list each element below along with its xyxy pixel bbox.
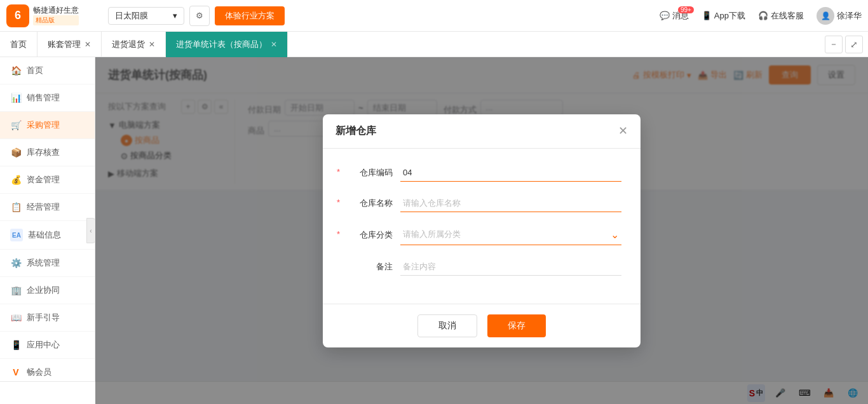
basic-icon: EA	[10, 229, 23, 241]
form-row-category: 仓库分类 请输入所属分类 ⌄	[342, 225, 621, 245]
tab-controls: － ⤢	[825, 36, 868, 53]
page-content: 进货单统计(按商品) 🖨 按模板打印 ▾ 📤 导出 🔄 刷新	[95, 57, 868, 404]
sidebar-item-system[interactable]: ⚙️ 系统管理	[0, 250, 95, 277]
finance-icon: 💰	[10, 174, 22, 185]
online-service-btn[interactable]: 🎧 在线客服	[758, 10, 804, 22]
name-input[interactable]	[400, 194, 621, 212]
home-icon: 🏠	[10, 65, 22, 76]
tab-home[interactable]: 首页	[0, 32, 37, 57]
name-label: 仓库名称	[342, 198, 393, 209]
sidebar-item-basic[interactable]: EA 基础信息	[0, 221, 95, 250]
sidebar-item-enterprise[interactable]: 🏢 企业协同	[0, 277, 95, 304]
system-icon: ⚙️	[10, 257, 22, 269]
headset-icon: 🎧	[758, 11, 768, 20]
tab-minimize-btn[interactable]: －	[825, 36, 843, 53]
operation-icon: 📋	[10, 201, 22, 213]
sidebar-item-operation[interactable]: 📋 经营管理	[0, 194, 95, 221]
tab-account[interactable]: 账套管理 ✕	[37, 32, 102, 57]
logo-icon: 6	[6, 4, 29, 27]
code-label: 仓库编码	[342, 167, 393, 178]
trial-button[interactable]: 体验行业方案	[215, 6, 285, 25]
brand-name: 畅捷通好生意	[33, 6, 79, 16]
category-select[interactable]: 请输入所属分类 ⌄	[400, 225, 621, 245]
notification-badge: 99+	[678, 6, 694, 13]
main-layout: 🏠 首页 📊 销售管理 🛒 采购管理 📦 库存核查 💰 资金管理 📋 经营管理 …	[0, 57, 868, 404]
inventory-icon: 📦	[10, 147, 22, 158]
sidebar-item-inventory[interactable]: 📦 库存核查	[0, 139, 95, 166]
message-icon: 💬	[660, 11, 670, 20]
modal-close-btn[interactable]: ✕	[618, 125, 628, 137]
close-tab-account[interactable]: ✕	[85, 40, 91, 49]
guide-icon: 📖	[10, 312, 22, 323]
modal-header: 新增仓库 ✕	[323, 114, 641, 149]
modal-footer: 取消 保存	[323, 304, 641, 347]
notification-btn[interactable]: 💬 消息 99+	[660, 10, 689, 22]
tab-expand-btn[interactable]: ⤢	[845, 36, 863, 53]
form-row-note: 备注	[342, 258, 621, 276]
category-dropdown-icon: ⌄	[611, 229, 619, 241]
username: 徐泽华	[837, 10, 862, 22]
top-bar: 6 畅捷通好生意 精品版 日太阳膜 ▾ ⚙ 体验行业方案 💬 消息 99+ 📱 …	[0, 0, 868, 32]
sidebar-item-apps[interactable]: 📱 应用中心	[0, 332, 95, 359]
note-label: 备注	[342, 261, 393, 273]
tab-bar: 首页 账套管理 ✕ 进货退货 ✕ 进货单统计表（按商品） ✕ － ⤢	[0, 32, 868, 57]
category-placeholder: 请输入所属分类	[403, 229, 461, 240]
category-label: 仓库分类	[342, 229, 393, 241]
avatar: 👤	[817, 7, 834, 25]
enterprise-icon: 🏢	[10, 285, 22, 296]
modal-body: 仓库编码 仓库名称 仓库分类 请输入所属分类 ⌄	[323, 149, 641, 304]
top-right-area: 💬 消息 99+ 📱 App下载 🎧 在线客服 👤 徐泽华	[660, 7, 862, 25]
apps-icon: 📱	[10, 339, 22, 351]
sidebar-item-sales[interactable]: 📊 销售管理	[0, 84, 95, 112]
sales-icon: 📊	[10, 92, 22, 104]
settings-icon[interactable]: ⚙	[189, 6, 210, 26]
form-row-code: 仓库编码	[342, 164, 621, 182]
brand-sub: 精品版	[33, 15, 79, 25]
cancel-button[interactable]: 取消	[417, 314, 477, 337]
purchase-icon: 🛒	[10, 119, 22, 131]
tab-purchase-stat[interactable]: 进货单统计表（按商品） ✕	[166, 32, 288, 57]
add-warehouse-modal: 新增仓库 ✕ 仓库编码 仓库名称 仓库分类	[323, 114, 641, 347]
sidebar-item-guide[interactable]: 📖 新手引导	[0, 304, 95, 332]
chevron-down-icon: ▾	[173, 11, 177, 20]
sidebar-collapse-btn[interactable]: ‹	[86, 218, 95, 243]
sidebar-item-purchase[interactable]: 🛒 采购管理	[0, 112, 95, 139]
save-button[interactable]: 保存	[487, 314, 546, 337]
code-input[interactable]	[400, 164, 621, 182]
sidebar: 🏠 首页 📊 销售管理 🛒 采购管理 📦 库存核查 💰 资金管理 📋 经营管理 …	[0, 57, 95, 404]
form-row-name: 仓库名称	[342, 194, 621, 212]
close-tab-purchase-stat[interactable]: ✕	[271, 40, 277, 49]
modal-overlay: 新增仓库 ✕ 仓库编码 仓库名称 仓库分类	[95, 57, 868, 404]
sidebar-item-home[interactable]: 🏠 首页	[0, 57, 95, 84]
tab-purchase-return[interactable]: 进货退货 ✕	[102, 32, 166, 57]
user-area[interactable]: 👤 徐泽华	[817, 7, 862, 25]
app-download-btn[interactable]: 📱 App下载	[702, 10, 745, 22]
phone-icon: 📱	[702, 11, 712, 20]
store-selector[interactable]: 日太阳膜 ▾	[108, 7, 184, 25]
member-icon: V	[10, 367, 22, 378]
sidebar-item-finance[interactable]: 💰 资金管理	[0, 166, 95, 194]
logo-area: 6 畅捷通好生意 精品版	[6, 4, 102, 27]
modal-title: 新增仓库	[336, 125, 376, 138]
note-input[interactable]	[400, 258, 621, 276]
close-tab-purchase-return[interactable]: ✕	[149, 40, 155, 49]
